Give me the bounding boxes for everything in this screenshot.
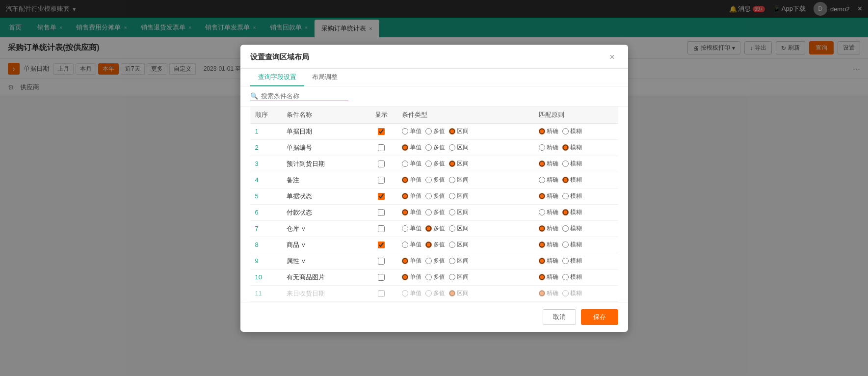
type-radio[interactable]: [449, 225, 455, 232]
type-option-单值[interactable]: 单值: [402, 160, 421, 168]
match-radio[interactable]: [562, 128, 569, 134]
display-checkbox[interactable]: [378, 242, 385, 248]
match-option-精确[interactable]: 精确: [539, 289, 558, 297]
match-radio[interactable]: [562, 274, 569, 280]
match-option-模糊[interactable]: 模糊: [562, 241, 582, 249]
type-option-单值[interactable]: 单值: [402, 208, 421, 216]
display-checkbox[interactable]: [378, 193, 385, 200]
match-option-模糊[interactable]: 模糊: [562, 176, 582, 184]
type-option-单值[interactable]: 单值: [402, 224, 421, 233]
match-radio[interactable]: [539, 177, 545, 183]
type-option-区间[interactable]: 区间: [449, 208, 469, 216]
type-radio[interactable]: [449, 161, 455, 167]
match-radio[interactable]: [562, 144, 569, 151]
type-option-区间[interactable]: 区间: [449, 241, 469, 249]
type-radio[interactable]: [449, 144, 455, 151]
type-option-多值[interactable]: 多值: [425, 241, 445, 249]
type-radio[interactable]: [425, 177, 432, 183]
match-option-模糊[interactable]: 模糊: [562, 273, 582, 281]
type-option-区间[interactable]: 区间: [449, 143, 469, 152]
type-option-单值[interactable]: 单值: [402, 143, 421, 152]
type-radio[interactable]: [425, 274, 432, 280]
type-radio[interactable]: [402, 177, 408, 183]
display-checkbox[interactable]: [378, 274, 385, 281]
type-radio[interactable]: [425, 242, 432, 248]
type-radio[interactable]: [449, 258, 455, 264]
type-option-单值[interactable]: 单值: [402, 241, 421, 249]
type-radio[interactable]: [402, 225, 408, 232]
match-option-精确[interactable]: 精确: [539, 241, 558, 249]
display-checkbox[interactable]: [378, 177, 385, 184]
type-option-多值[interactable]: 多值: [425, 143, 445, 152]
type-option-多值[interactable]: 多值: [425, 176, 445, 184]
search-input[interactable]: [261, 92, 348, 100]
match-radio[interactable]: [562, 225, 569, 232]
match-radio[interactable]: [539, 242, 545, 248]
type-radio[interactable]: [425, 225, 432, 232]
match-radio[interactable]: [562, 177, 569, 183]
match-radio[interactable]: [539, 225, 545, 232]
display-checkbox[interactable]: [378, 258, 385, 265]
type-radio[interactable]: [402, 128, 408, 134]
type-radio[interactable]: [402, 290, 408, 296]
match-option-模糊[interactable]: 模糊: [562, 257, 582, 265]
type-option-区间[interactable]: 区间: [449, 224, 469, 233]
dialog-close-button[interactable]: ×: [606, 52, 618, 63]
type-option-单值[interactable]: 单值: [402, 273, 421, 281]
type-option-多值[interactable]: 多值: [425, 127, 445, 135]
type-option-区间[interactable]: 区间: [449, 127, 469, 135]
type-option-多值[interactable]: 多值: [425, 273, 445, 281]
display-checkbox[interactable]: [378, 144, 385, 151]
type-option-区间[interactable]: 区间: [449, 192, 469, 200]
match-option-模糊[interactable]: 模糊: [562, 127, 582, 135]
match-radio[interactable]: [539, 209, 545, 215]
type-option-单值[interactable]: 单值: [402, 257, 421, 265]
match-radio[interactable]: [562, 161, 569, 167]
match-option-精确[interactable]: 精确: [539, 127, 558, 135]
match-radio[interactable]: [562, 242, 569, 248]
match-radio[interactable]: [539, 193, 545, 199]
type-option-单值[interactable]: 单值: [402, 127, 421, 135]
cancel-button[interactable]: 取消: [543, 309, 576, 325]
type-radio[interactable]: [402, 242, 408, 248]
type-option-单值[interactable]: 单值: [402, 176, 421, 184]
match-option-模糊[interactable]: 模糊: [562, 208, 582, 216]
type-option-多值[interactable]: 多值: [425, 224, 445, 233]
match-option-模糊[interactable]: 模糊: [562, 224, 582, 233]
type-radio[interactable]: [402, 209, 408, 215]
type-option-区间[interactable]: 区间: [449, 160, 469, 168]
match-radio[interactable]: [562, 209, 569, 215]
type-radio[interactable]: [402, 274, 408, 280]
type-option-多值[interactable]: 多值: [425, 160, 445, 168]
type-radio[interactable]: [425, 128, 432, 134]
display-checkbox[interactable]: [378, 209, 385, 216]
match-option-精确[interactable]: 精确: [539, 160, 558, 168]
type-option-多值[interactable]: 多值: [425, 192, 445, 200]
type-option-区间[interactable]: 区间: [449, 273, 469, 281]
match-radio[interactable]: [539, 161, 545, 167]
display-checkbox[interactable]: [378, 290, 385, 297]
tab-query-fields[interactable]: 查询字段设置: [250, 69, 304, 86]
type-radio[interactable]: [402, 193, 408, 199]
type-radio[interactable]: [425, 161, 432, 167]
type-option-区间[interactable]: 区间: [449, 289, 469, 297]
type-option-多值[interactable]: 多值: [425, 257, 445, 265]
match-option-精确[interactable]: 精确: [539, 208, 558, 216]
match-option-精确[interactable]: 精确: [539, 257, 558, 265]
tab-layout[interactable]: 布局调整: [304, 69, 345, 86]
type-option-单值[interactable]: 单值: [402, 192, 421, 200]
type-radio[interactable]: [449, 274, 455, 280]
match-option-模糊[interactable]: 模糊: [562, 192, 582, 200]
match-option-模糊[interactable]: 模糊: [562, 289, 582, 297]
type-option-单值[interactable]: 单值: [402, 289, 421, 297]
type-radio[interactable]: [449, 177, 455, 183]
match-radio[interactable]: [539, 128, 545, 134]
match-option-精确[interactable]: 精确: [539, 273, 558, 281]
type-radio[interactable]: [402, 161, 408, 167]
match-radio[interactable]: [539, 274, 545, 280]
type-option-多值[interactable]: 多值: [425, 208, 445, 216]
match-radio[interactable]: [539, 258, 545, 264]
match-radio[interactable]: [539, 144, 545, 151]
type-option-区间[interactable]: 区间: [449, 257, 469, 265]
type-radio[interactable]: [402, 258, 408, 264]
